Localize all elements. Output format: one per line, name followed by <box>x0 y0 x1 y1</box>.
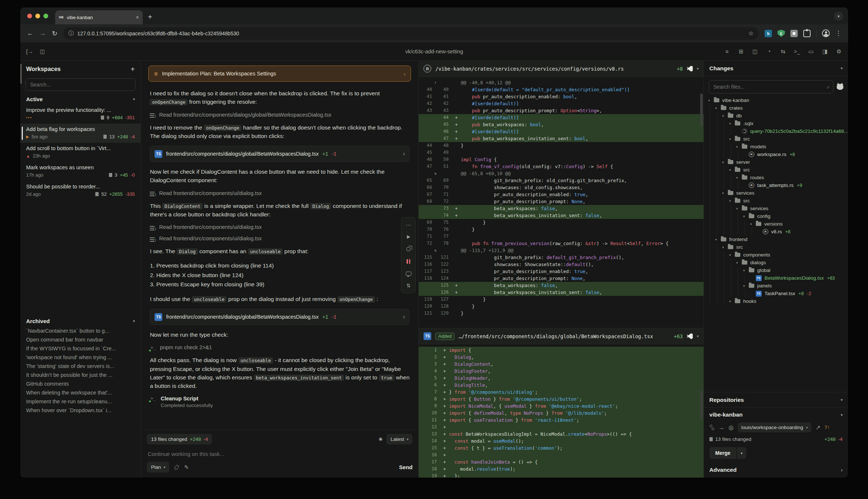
plan-mode-dropdown[interactable]: Plan ▾ <box>147 462 169 473</box>
new-tab-button[interactable]: + <box>148 13 152 21</box>
spark-icon[interactable]: ✳ <box>378 436 383 443</box>
tool-call-read[interactable]: Read frontend/src/components/ui/dialog.t… <box>150 190 410 196</box>
tree-folder[interactable]: ▾global <box>704 266 848 274</box>
workspace-search[interactable] <box>25 78 135 91</box>
stop-icon[interactable] <box>405 258 412 264</box>
scrollbar-thumb[interactable] <box>700 93 703 127</box>
tree-file[interactable]: TSTaskPanel.tsx+8-2 <box>704 290 848 297</box>
open-in-editor-icon[interactable] <box>687 333 693 339</box>
archived-workspace-item[interactable]: Implement the re-run setup/cleanu... <box>20 397 141 406</box>
tree-file[interactable]: Rv8.rs+8 <box>704 228 848 236</box>
diff-header[interactable]: R /vibe-kanban/crates/services/src/servi… <box>419 61 703 77</box>
expand-hunk-icon[interactable]: ↑ <box>419 79 452 86</box>
tree-folder[interactable]: ▾components <box>704 251 848 259</box>
address-bar[interactable]: ⓘ 127.0.0.1:57095/workspaces/c63c9fd6-df… <box>63 27 759 40</box>
exit-workspace-icon[interactable]: [→ <box>26 48 33 55</box>
scrollbar-thumb[interactable] <box>700 390 703 420</box>
tree-folder[interactable]: ▾crates <box>704 104 848 112</box>
extensions-puzzle-icon[interactable] <box>803 30 811 37</box>
collapse-icon[interactable]: ▾ <box>697 67 699 71</box>
external-link-icon[interactable]: ↗ <box>815 424 820 431</box>
attach-icon[interactable] <box>174 464 180 470</box>
monitor-icon[interactable]: ▭ <box>808 48 814 55</box>
git-graph-icon[interactable] <box>709 425 715 430</box>
terminal-command[interactable]: >_pnpm run check 2>&1 <box>150 344 410 350</box>
branch-selector[interactable]: louis/workspace-onboarding ▾ <box>738 422 812 432</box>
latest-dropdown[interactable]: Latest ▾ <box>386 434 412 445</box>
tree-folder[interactable]: ▾routes <box>704 174 848 181</box>
archived-workspace-item[interactable]: When deleting the workspace that'... <box>20 388 141 397</box>
tree-folder[interactable]: ▾config <box>704 212 848 220</box>
browser-tab[interactable]: VK vibe-kanban ✕ <box>55 10 143 24</box>
swap-icon[interactable]: ⇆ <box>780 48 786 55</box>
tree-folder[interactable]: ▾src <box>704 197 848 205</box>
tree-file[interactable]: TSBetaWorkspacesDialog.tsx+63 <box>704 274 848 282</box>
file-search-input[interactable] <box>713 84 827 90</box>
monitor-icon[interactable] <box>406 272 411 276</box>
menu-icon[interactable]: ≡ <box>724 48 730 55</box>
archived-workspace-item[interactable]: `NavbarContainer.tsx` button to g... <box>20 326 141 335</box>
tree-file[interactable]: Rtask_attempts.rs+9 <box>704 181 848 189</box>
window-close-button[interactable] <box>27 14 32 18</box>
tree-folder[interactable]: ▾vibe-kanban <box>704 96 848 104</box>
tree-folder[interactable]: ▾.sqlx <box>704 120 848 127</box>
tool-call-read[interactable]: Read frontend/src/components/ui/dialog.t… <box>150 224 410 230</box>
settings-icon[interactable]: ⚙ <box>836 48 842 55</box>
merge-button[interactable]: Merge <box>709 447 736 459</box>
add-workspace-button[interactable]: + <box>131 65 135 74</box>
back-icon[interactable]: ← <box>27 29 33 37</box>
send-button[interactable]: Send <box>399 464 413 470</box>
tree-folder[interactable]: ▾models <box>704 143 848 151</box>
file-search[interactable]: ↕ <box>709 80 833 93</box>
archived-workspace-item[interactable]: If the WYSIWYG is focussed in `Cre... <box>20 344 141 353</box>
repo-name-row[interactable]: vibe-kanban ▾ <box>704 408 848 420</box>
collapse-icon[interactable]: ▾ <box>697 334 699 338</box>
site-info-icon[interactable]: ⓘ <box>68 30 74 37</box>
tree-folder[interactable]: ▾src <box>704 135 848 143</box>
changes-header[interactable]: Changes ▾ <box>704 61 848 76</box>
merge-dropdown-button[interactable]: ▾ <box>737 447 746 459</box>
tab-list-button[interactable]: ▾ <box>834 12 843 21</box>
window-maximize-button[interactable] <box>43 14 48 18</box>
tree-folder[interactable]: ▾src <box>704 166 848 174</box>
tree-folder[interactable]: ▾src <box>704 243 848 251</box>
archived-workspace-item[interactable]: It shouldn't be possible for just the ..… <box>20 371 141 379</box>
file-change-card[interactable]: TSfrontend/src/components/dialogs/global… <box>150 309 410 325</box>
tree-file[interactable]: query-70b21c5c0a2ba5c21c9c1132f14a68... <box>704 127 848 135</box>
archived-workspace-item[interactable]: GitHub comments <box>20 379 141 388</box>
grid-icon[interactable]: ⊞ <box>738 48 744 55</box>
tree-folder[interactable]: ▾services <box>704 205 848 212</box>
files-changed-chip[interactable]: 13 files changed +248 -4 <box>147 434 212 445</box>
advanced-row[interactable]: Advanced › <box>704 462 848 478</box>
tree-folder[interactable]: ▾hooks <box>704 297 848 305</box>
tree-folder[interactable]: ▾db <box>704 112 848 120</box>
archived-workspace-item[interactable]: The 'starting' state of dev servers is..… <box>20 362 141 371</box>
profile-avatar[interactable] <box>822 29 830 37</box>
window-minimize-button[interactable] <box>35 14 40 18</box>
diff-header[interactable]: TS Added …/frontend/src/components/dialo… <box>419 328 703 344</box>
tree-file[interactable]: Rworkspace.rs+8 <box>704 151 848 158</box>
send-to-icon[interactable] <box>407 235 410 239</box>
tab-close-icon[interactable]: ✕ <box>136 15 139 20</box>
archived-section-header[interactable]: Archived ▾ <box>20 317 141 326</box>
git-compare-icon[interactable]: ⇅ <box>405 283 412 289</box>
tool-call-read[interactable]: Read frontend/src/components/dialogs/glo… <box>150 112 410 118</box>
extension-camera-icon[interactable] <box>790 30 798 37</box>
tool-call-read[interactable]: Read frontend/src/components/ui/dialog.t… <box>150 236 410 241</box>
extension-shield-icon[interactable]: £ <box>777 30 785 37</box>
board-icon[interactable]: ◫ <box>40 48 45 55</box>
forward-icon[interactable]: → <box>39 29 46 37</box>
open-in-editor-icon[interactable] <box>687 66 693 72</box>
workspace-item[interactable]: Improve the preview functionality: ...••… <box>20 105 141 124</box>
workspace-item[interactable]: Add scroll to bottom button in `Virt...▲… <box>20 143 141 162</box>
extension-b-icon[interactable]: b <box>765 30 772 37</box>
watch-icon[interactable]: ◎ <box>729 424 734 431</box>
panel-icon[interactable]: ◫ <box>752 48 758 55</box>
copy-icon[interactable] <box>407 247 410 251</box>
edit-icon[interactable]: ✎ <box>184 464 189 471</box>
workspace-item[interactable]: Mark workspaces as unseen17h ago3+45-0 <box>20 162 141 181</box>
active-section-header[interactable]: Active ▾ <box>20 95 141 105</box>
repositories-header[interactable]: Repositories ▾ <box>704 392 848 408</box>
file-change-card[interactable]: TSfrontend/src/components/dialogs/global… <box>150 146 410 162</box>
tree-folder[interactable]: ▾panels <box>704 282 848 290</box>
